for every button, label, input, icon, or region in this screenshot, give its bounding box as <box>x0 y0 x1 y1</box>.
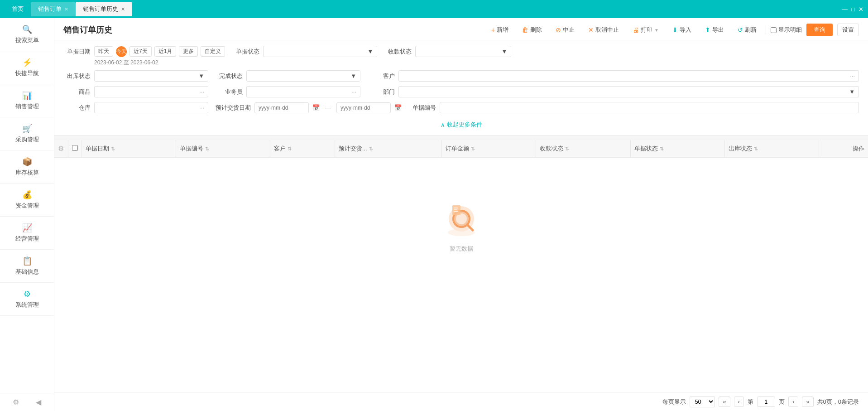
search-menu-icon: 🔍 <box>22 24 32 34</box>
next-page-button[interactable]: › <box>788 396 798 407</box>
filter-date-value: 昨天 今天 近7天 近1月 更多 自定义 <box>94 46 225 57</box>
salesperson-dots: ··· <box>351 88 356 95</box>
filter-group-product: 商品 ··· <box>63 86 208 97</box>
filter-group-delivery-status: 出库状态 ▼ <box>63 70 208 82</box>
completion-status-select[interactable]: ▼ <box>246 70 360 82</box>
th-order-date-sort[interactable]: 单据日期 ⇅ <box>86 145 172 153</box>
page-size-select[interactable]: 50 10 20 100 <box>690 396 715 407</box>
filter-group-order-no: 单据编号 <box>409 102 859 113</box>
window-maximize[interactable]: □ <box>851 6 855 13</box>
prev-page-button[interactable]: ‹ <box>734 396 744 407</box>
warehouse-input[interactable]: ··· <box>94 102 208 113</box>
sidebar-item-search-menu[interactable]: 🔍 搜索菜单 <box>0 18 54 51</box>
cancel-stop-button[interactable]: ✕ 取消中止 <box>584 24 623 36</box>
tab-home[interactable]: 首页 <box>5 2 31 16</box>
expected-delivery-start[interactable] <box>254 102 309 113</box>
sidebar-item-capital-mgmt[interactable]: 💰 资金管理 <box>0 184 54 217</box>
order-no-label: 单据编号 <box>409 104 436 112</box>
th-payment-status-sort[interactable]: 收款状态 ⇅ <box>540 145 626 153</box>
date-btn-1month[interactable]: 近1月 <box>154 46 177 57</box>
query-button[interactable]: 查询 <box>806 24 833 36</box>
select-all-checkbox[interactable] <box>72 145 78 151</box>
expand-bottom-icon[interactable]: ◀ <box>36 398 41 406</box>
payment-status-label: 收款状态 <box>384 48 412 56</box>
page-number-input[interactable] <box>757 396 775 407</box>
sidebar-item-quick-nav[interactable]: ⚡ 快捷导航 <box>0 51 54 84</box>
delete-label: 删除 <box>530 26 542 34</box>
stop-button[interactable]: ⊘ 中止 <box>551 24 579 36</box>
page-title: 销售订单历史 <box>63 24 112 35</box>
svg-rect-8 <box>454 209 457 210</box>
th-expected-delivery-sort[interactable]: 预计交货... ⇅ <box>339 145 438 153</box>
pagination-bar: 每页显示 50 10 20 100 « ‹ 第 页 › » 共0页，0条记录 <box>54 392 868 411</box>
table-body: 暂无数据 <box>54 158 868 290</box>
refresh-button[interactable]: ↺ 刷新 <box>733 24 761 36</box>
first-page-button[interactable]: « <box>719 396 730 407</box>
product-input[interactable]: ··· <box>94 86 208 97</box>
collapse-button[interactable]: ∧ 收起更多条件 <box>441 121 482 129</box>
tab-sales-order-close[interactable]: ✕ <box>64 6 68 12</box>
salesperson-input[interactable]: ··· <box>246 86 360 97</box>
th-order-date-label: 单据日期 <box>86 145 109 153</box>
last-page-button[interactable]: » <box>802 396 813 407</box>
go-page-prefix: 第 <box>748 398 753 406</box>
sidebar-item-inventory[interactable]: 📦 库存核算 <box>0 150 54 184</box>
sort-payment-status-icon: ⇅ <box>565 146 569 152</box>
th-order-status-sort[interactable]: 单据状态 ⇅ <box>634 145 721 153</box>
print-icon: 🖨 <box>633 26 639 34</box>
sidebar-item-system-mgmt-label: 系统管理 <box>15 301 39 309</box>
import-button[interactable]: ⬇ 导入 <box>668 24 696 36</box>
sidebar-item-operation-mgmt[interactable]: 📈 经营管理 <box>0 217 54 250</box>
th-order-amount-sort[interactable]: 订单金额 ⇅ <box>446 145 532 153</box>
delete-button[interactable]: 🗑 删除 <box>518 24 547 36</box>
sidebar-item-system-mgmt[interactable]: ⚙ 系统管理 <box>0 283 54 316</box>
customer-input[interactable]: ··· <box>398 70 859 82</box>
tab-sales-order[interactable]: 销售订单 ✕ <box>31 2 76 16</box>
sort-order-status-icon: ⇅ <box>660 146 664 152</box>
content-area: 销售订单历史 + 新增 🗑 删除 ⊘ 中止 ✕ 取消中止 <box>54 18 868 411</box>
settings-button[interactable]: 设置 <box>837 24 859 36</box>
order-status-dropdown-icon: ▼ <box>368 48 374 55</box>
add-button[interactable]: + 新增 <box>487 24 513 36</box>
tab-home-label: 首页 <box>12 5 24 13</box>
window-close[interactable]: ✕ <box>858 6 863 13</box>
date-btn-today[interactable]: 今天 <box>116 46 127 57</box>
tab-sales-order-history[interactable]: 销售订单历史 ✕ <box>76 2 132 16</box>
purchase-mgmt-icon: 🛒 <box>22 124 32 134</box>
date-btn-7days[interactable]: 近7天 <box>129 46 152 57</box>
date-btn-custom[interactable]: 自定义 <box>201 46 225 57</box>
sidebar-item-sales-mgmt[interactable]: 📊 销售管理 <box>0 84 54 117</box>
calendar-icon-1[interactable]: 📅 <box>312 104 320 111</box>
order-no-input[interactable] <box>440 102 859 113</box>
delete-icon: 🗑 <box>522 26 528 34</box>
tab-sales-order-history-close[interactable]: ✕ <box>121 6 125 12</box>
sidebar-item-basic-info[interactable]: 📋 基础信息 <box>0 250 54 283</box>
payment-status-select[interactable]: ▼ <box>415 46 511 57</box>
show-columns-toggle[interactable]: 显示明细 <box>771 26 802 34</box>
order-status-select[interactable]: ▼ <box>263 46 377 57</box>
sidebar-item-purchase-mgmt[interactable]: 🛒 采购管理 <box>0 117 54 150</box>
customer-dots: ··· <box>850 73 855 79</box>
salesperson-label: 业务员 <box>216 88 243 96</box>
collapse-icon: ∧ <box>441 121 445 128</box>
capital-mgmt-icon: 💰 <box>22 190 32 200</box>
delivery-status-select[interactable]: ▼ <box>94 70 208 82</box>
date-btn-more[interactable]: 更多 <box>179 46 198 57</box>
date-dash: — <box>323 104 333 111</box>
department-select[interactable]: ▼ <box>398 86 859 97</box>
main-layout: 🔍 搜索菜单 ⚡ 快捷导航 📊 销售管理 🛒 采购管理 📦 库存核算 💰 资金管… <box>0 18 868 411</box>
print-button[interactable]: 🖨 打印 ▼ <box>628 24 663 36</box>
expected-delivery-end[interactable] <box>336 102 391 113</box>
th-order-amount-label: 订单金额 <box>446 145 469 153</box>
th-delivery-status-sort[interactable]: 出库状态 ⇅ <box>729 145 815 153</box>
date-btn-yesterday[interactable]: 昨天 <box>94 46 113 57</box>
window-minimize[interactable]: — <box>842 6 848 13</box>
th-customer-sort[interactable]: 客户 ⇅ <box>274 145 331 153</box>
completion-status-label: 完成状态 <box>216 72 243 80</box>
settings-bottom-icon[interactable]: ⚙ <box>13 398 19 406</box>
calendar-icon-2[interactable]: 📅 <box>394 104 402 111</box>
show-columns-checkbox[interactable] <box>771 27 777 33</box>
table-settings-icon[interactable]: ⚙ <box>58 145 64 152</box>
export-button[interactable]: ⬆ 导出 <box>700 24 729 36</box>
th-order-no-sort[interactable]: 单据编号 ⇅ <box>180 145 266 153</box>
